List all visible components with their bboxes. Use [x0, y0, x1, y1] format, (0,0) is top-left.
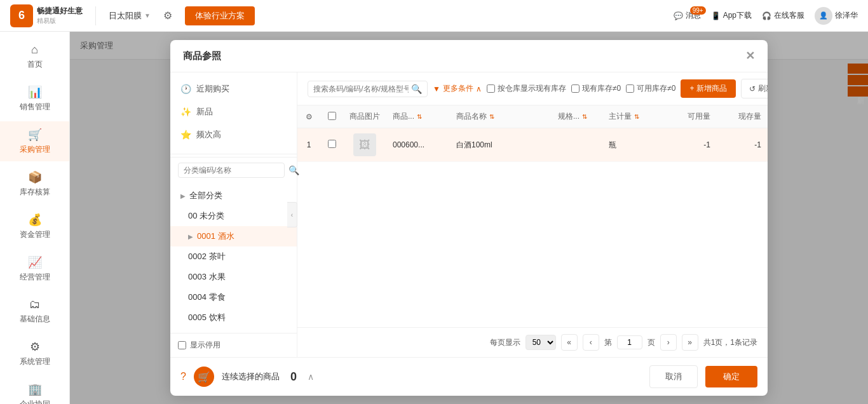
trial-button[interactable]: 体验行业方案 [185, 6, 255, 25]
table-row[interactable]: 1 🖼 000600... 白酒100ml [297, 128, 768, 162]
page-size-label: 每页显示 [490, 337, 520, 348]
cell-unit: 瓶 [602, 128, 653, 162]
th-avail: 可用量 [653, 105, 717, 128]
sidebar-item-home[interactable]: ⌂ 首页 [0, 37, 69, 76]
cart-icon[interactable]: 🛒 [194, 367, 214, 387]
check2-label[interactable]: 现有库存≠0 [571, 83, 621, 94]
show-disabled-label[interactable]: 显示停用 [190, 340, 220, 351]
category-0004[interactable]: 0004 零食 [170, 287, 297, 307]
navbar-divider [95, 6, 96, 25]
sales-icon: 📊 [28, 85, 42, 99]
cell-img: 🖼 [343, 128, 386, 162]
left-nav-frequent[interactable]: ⭐ 频次高 [170, 123, 297, 146]
refresh-label: 刷新 [758, 83, 768, 94]
category-all[interactable]: ▶ 全部分类 [170, 185, 297, 206]
message-item[interactable]: 💬 消息 99+ [674, 10, 701, 21]
th-name-label: 商品名称 [456, 111, 487, 122]
page-next-btn[interactable]: › [660, 334, 677, 351]
modal-body: 🕐 近期购买 ✨ 新品 ⭐ 频次高 [170, 72, 768, 357]
app-download-item[interactable]: 📱 App下载 [711, 10, 752, 21]
th-name[interactable]: 商品名称 ⇅ [450, 105, 552, 128]
confirm-button[interactable]: 确定 [705, 366, 757, 387]
purchase-icon: 🛒 [28, 128, 42, 142]
main-area: 采购管理 查询 设置 刷新 商品参照 ✕ [70, 32, 868, 404]
clock-icon: 🕐 [180, 84, 191, 94]
left-collapse-btn[interactable]: ‹ [287, 202, 297, 227]
continuous-label: 连续选择的商品 [222, 371, 280, 382]
category-0002[interactable]: 0002 茶叶 [170, 246, 297, 267]
cancel-button[interactable]: 取消 [649, 365, 698, 388]
sidebar-item-purchase[interactable]: 🛒 采购管理 [0, 121, 69, 161]
check1-checkbox[interactable] [487, 84, 495, 93]
th-code-label: 商品... [393, 111, 414, 122]
category-00[interactable]: 00 未分类 [170, 206, 297, 226]
cell-num: 1 [297, 128, 320, 162]
user-name: 徐泽华 [835, 10, 858, 21]
category-0008[interactable]: 0008 水 [170, 328, 297, 333]
category-0002-label: 0002 茶叶 [188, 251, 226, 262]
add-product-button[interactable]: + 新增商品 [681, 79, 735, 98]
th-unit[interactable]: 主计量 ⇅ [602, 105, 653, 128]
check3-text: 可用库存≠0 [637, 83, 675, 94]
app-badge: 精易版 [37, 17, 83, 25]
online-service-item[interactable]: 🎧 在线客服 [762, 10, 804, 21]
product-search-input[interactable] [313, 84, 409, 93]
th-stock-label: 现存量 [738, 112, 761, 121]
app-download-label: App下载 [723, 10, 752, 21]
th-spec[interactable]: 规格... ⇅ [552, 105, 602, 128]
category-search-icon[interactable]: 🔍 [288, 165, 299, 175]
check2-checkbox[interactable] [571, 84, 580, 93]
left-nav-new[interactable]: ✨ 新品 [170, 100, 297, 123]
navbar: 6 畅捷通好生意 精易版 日太阳膜 ▼ ⚙ 体验行业方案 💬 消息 99+ 📱 … [0, 0, 868, 32]
settings-icon[interactable]: ⚙ [163, 10, 172, 22]
sidebar-item-sales[interactable]: 📊 销售管理 [0, 79, 69, 119]
selected-count: 0 [287, 370, 300, 384]
page-last-btn[interactable]: » [682, 334, 698, 351]
show-disabled-checkbox[interactable] [178, 341, 186, 349]
left-nav: 🕐 近期购买 ✨ 新品 ⭐ 频次高 [170, 72, 297, 151]
th-code[interactable]: 商品... ⇅ [386, 105, 450, 128]
category-0001-label: 0001 酒水 [197, 231, 234, 242]
sidebar-item-system[interactable]: ⚙ 系统管理 [0, 333, 69, 374]
check3-label[interactable]: 可用库存≠0 [626, 83, 675, 94]
stock-icon: 📦 [28, 170, 42, 184]
selector-label: 日太阳膜 [109, 10, 142, 22]
check3-checkbox[interactable] [626, 84, 634, 93]
filter-button[interactable]: ▼ 更多条件 ∧ [433, 83, 482, 94]
category-0003[interactable]: 0003 水果 [170, 267, 297, 287]
sidebar-item-stock[interactable]: 📦 库存核算 [0, 164, 69, 204]
th-check [320, 105, 343, 128]
category-0005[interactable]: 0005 饮料 [170, 307, 297, 328]
new-icon: ✨ [180, 107, 191, 117]
category-0001[interactable]: ▶ 0001 酒水 [170, 226, 297, 246]
navbar-selector[interactable]: 日太阳膜 ▼ [109, 10, 151, 22]
finance-icon: 💰 [28, 213, 42, 227]
category-0003-label: 0003 水果 [188, 271, 226, 283]
modal-footer: ? 🛒 连续选择的商品 0 ∧ 取消 确定 [170, 357, 768, 396]
page-size-select[interactable]: 50 [526, 335, 556, 350]
gear-icon[interactable]: ⚙ [306, 112, 313, 121]
sidebar-item-basic[interactable]: 🗂 基础信息 [0, 292, 69, 331]
page-prev-btn[interactable]: ‹ [583, 334, 599, 351]
help-icon[interactable]: ? [180, 371, 186, 382]
collapse-icon[interactable]: ∧ [308, 372, 314, 382]
cell-check[interactable] [320, 128, 343, 162]
left-divider [170, 154, 297, 154]
user-item[interactable]: 👤 徐泽华 [815, 7, 858, 25]
sidebar-item-operation[interactable]: 📈 经营管理 [0, 249, 69, 289]
sidebar-item-enterprise[interactable]: 🏢 企业协同 [0, 376, 69, 404]
category-search-input[interactable] [178, 163, 285, 178]
check1-label[interactable]: 按仓库显示现有库存 [487, 83, 566, 94]
row-checkbox[interactable] [328, 140, 336, 148]
product-search-icon[interactable]: 🔍 [411, 84, 422, 94]
refresh-button[interactable]: ↺ 刷新 [741, 79, 768, 98]
sidebar-item-finance[interactable]: 💰 资金管理 [0, 206, 69, 246]
modal-close-icon[interactable]: ✕ [745, 49, 755, 63]
cell-name: 白酒100ml [450, 128, 552, 162]
sidebar-label-basic: 基础信息 [20, 314, 50, 325]
sidebar-label-finance: 资金管理 [20, 229, 50, 240]
page-first-btn[interactable]: « [561, 334, 578, 351]
select-all-checkbox[interactable] [328, 112, 336, 120]
page-input[interactable] [617, 335, 642, 349]
left-nav-recent[interactable]: 🕐 近期购买 [170, 77, 297, 100]
